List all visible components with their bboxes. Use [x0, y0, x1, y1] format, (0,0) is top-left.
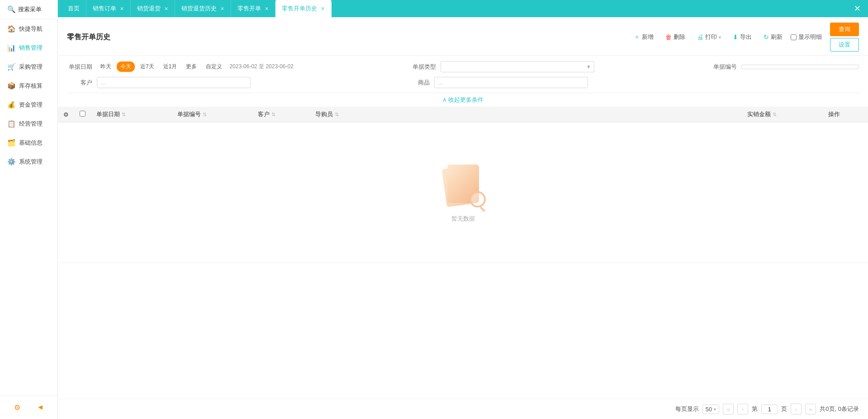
- home-icon: 🏠: [7, 25, 15, 33]
- chart-icon: 📊: [7, 44, 15, 52]
- sidebar-item-quick-nav[interactable]: 🏠 快捷导航: [0, 19, 57, 38]
- customer-placeholder: ...: [101, 79, 106, 86]
- page-first-btn[interactable]: «: [723, 404, 734, 414]
- action-buttons: 查询 设置: [830, 23, 859, 52]
- delete-icon: 🗑: [665, 33, 672, 41]
- sidebar-item-label: 库存核算: [19, 82, 43, 90]
- page-unit: 页: [781, 405, 787, 413]
- export-button[interactable]: ⬇ 导出: [729, 31, 755, 43]
- sort-number[interactable]: 单据编号 ⇅: [177, 110, 247, 118]
- query-button[interactable]: 查询: [830, 23, 859, 36]
- footer-collapse-btn[interactable]: ◄: [34, 401, 47, 414]
- col-action: 操作: [823, 107, 868, 122]
- table-body: 暂无数据: [58, 122, 868, 263]
- tab-retail-history-close[interactable]: ✕: [321, 6, 325, 12]
- sort-date[interactable]: 单据日期 ⇅: [96, 110, 166, 118]
- tab-home[interactable]: 首页: [62, 0, 86, 17]
- tab-bar-close-btn[interactable]: ✕: [850, 4, 864, 14]
- goods-filter-label: 商品: [404, 79, 430, 87]
- money-icon: 💰: [7, 101, 15, 109]
- number-filter-label: 单据编号: [711, 63, 737, 71]
- folder-icon: 🗂️: [7, 139, 15, 147]
- sidebar-item-inventory[interactable]: 📦 库存核算: [0, 76, 57, 95]
- date-btn-1month[interactable]: 近1月: [160, 61, 181, 72]
- export-icon: ⬇: [733, 33, 738, 41]
- print-label: 打印: [705, 33, 717, 41]
- date-btn-today[interactable]: 今天: [117, 61, 135, 72]
- filter-section: 单据日期 昨天 今天 近7天 近1月 更多 自定义 2023-06-02 至 2…: [58, 56, 868, 107]
- refresh-button[interactable]: ↻ 刷新: [760, 31, 786, 43]
- page-title: 零售开单历史: [67, 33, 630, 42]
- sort-guide[interactable]: 导购员 ⇅: [315, 110, 374, 118]
- sidebar-item-purchase-mgmt[interactable]: 🛒 采购管理: [0, 57, 57, 76]
- sidebar-item-finance[interactable]: 💰 资金管理: [0, 95, 57, 114]
- goods-filter-input[interactable]: ...: [434, 77, 588, 88]
- date-btn-custom[interactable]: 自定义: [202, 61, 226, 72]
- date-btn-more[interactable]: 更多: [182, 61, 200, 72]
- date-btn-yesterday[interactable]: 昨天: [97, 61, 115, 72]
- tab-sales-return-history-label: 销货退货历史: [181, 5, 217, 13]
- date-filter-label: 单据日期: [67, 63, 92, 71]
- sort-customer[interactable]: 客户 ⇅: [258, 110, 304, 118]
- add-icon: ＋: [634, 33, 640, 41]
- page-prev-btn[interactable]: ‹: [737, 404, 748, 414]
- page-last-btn[interactable]: »: [805, 404, 816, 414]
- print-dropdown-icon: ▾: [719, 35, 721, 40]
- delete-button[interactable]: 🗑 删除: [662, 31, 689, 43]
- empty-text: 暂无数据: [451, 215, 475, 223]
- page-size-arrow: ▾: [714, 407, 716, 412]
- page-number-input[interactable]: [761, 405, 778, 414]
- tab-sales-return-history-close[interactable]: ✕: [220, 6, 224, 12]
- col-number-label: 单据编号: [177, 110, 201, 118]
- sort-amount[interactable]: 实销金额 ⇅: [747, 110, 817, 118]
- tab-bar: 首页 销售订单 ✕ 销货退货 ✕ 销货退货历史 ✕ 零售开单 ✕ 零售开单历史 …: [58, 0, 868, 17]
- sidebar-search[interactable]: 🔍 搜索采单: [0, 0, 57, 19]
- sidebar-item-label: 销售管理: [19, 44, 43, 52]
- date-btn-7days[interactable]: 近7天: [137, 61, 158, 72]
- tab-retail-open[interactable]: 零售开单 ✕: [231, 0, 275, 17]
- tab-retail-history[interactable]: 零售开单历史 ✕: [275, 0, 332, 17]
- page-label: 第: [752, 405, 758, 413]
- sidebar-item-label: 资金管理: [19, 101, 43, 109]
- settings-button[interactable]: 设置: [830, 38, 859, 52]
- tab-sales-return-history[interactable]: 销货退货历史 ✕: [175, 0, 231, 17]
- sidebar-item-sys-mgmt[interactable]: ⚙️ 系统管理: [0, 152, 57, 171]
- tab-sales-return[interactable]: 销货退货 ✕: [131, 0, 175, 17]
- page-content: 零售开单历史 ＋ 新增 🗑 删除 🖨 打印 ▾ ⬇ 导出: [58, 17, 868, 419]
- export-label: 导出: [740, 33, 752, 41]
- sidebar-item-ops[interactable]: 📋 经营管理: [0, 114, 57, 133]
- type-dropdown-icon: ▾: [587, 63, 590, 70]
- box-icon: 📦: [7, 82, 15, 90]
- col-guide: 导购员 ⇅: [310, 107, 379, 122]
- show-detail-toggle[interactable]: 显示明细: [791, 33, 822, 41]
- page-next-btn[interactable]: ›: [791, 404, 802, 414]
- sidebar-item-sales-mgmt[interactable]: 📊 销售管理: [0, 38, 57, 57]
- footer-settings-btn[interactable]: ⚙: [11, 401, 24, 414]
- col-guide-label: 导购员: [315, 110, 333, 118]
- customer-filter-input[interactable]: ...: [97, 77, 251, 88]
- sidebar-item-label: 基础信息: [19, 139, 43, 147]
- print-button[interactable]: 🖨 打印 ▾: [693, 31, 725, 43]
- collapse-more-btn[interactable]: ∧ 收起更多条件: [67, 93, 859, 107]
- tab-sales-order-close[interactable]: ✕: [120, 6, 124, 12]
- tab-sales-return-close[interactable]: ✕: [164, 6, 168, 12]
- sort-customer-icon: ⇅: [271, 112, 275, 118]
- page-size-select[interactable]: 50 ▾: [702, 405, 719, 414]
- tab-sales-order[interactable]: 销售订单 ✕: [86, 0, 131, 17]
- add-button[interactable]: ＋ 新增: [630, 31, 657, 43]
- type-filter-select[interactable]: ▾: [441, 61, 594, 72]
- search-icon: 🔍: [7, 5, 15, 14]
- number-filter-input[interactable]: [741, 65, 859, 69]
- pagination: 每页显示 50 ▾ « ‹ 第 页 › » 共0页, 0条记录: [58, 399, 868, 419]
- toolbar: ＋ 新增 🗑 删除 🖨 打印 ▾ ⬇ 导出 ↻ 刷新: [630, 23, 859, 52]
- sort-date-icon: ⇅: [122, 112, 126, 118]
- table-header: ⚙ 单据日期 ⇅ 单据编号: [58, 107, 868, 122]
- table-select-all[interactable]: [80, 111, 85, 117]
- sidebar-search-label: 搜索采单: [18, 5, 42, 14]
- tab-retail-open-close[interactable]: ✕: [265, 6, 269, 12]
- table-settings-col[interactable]: ⚙: [58, 107, 74, 122]
- data-table: ⚙ 单据日期 ⇅ 单据编号: [58, 107, 868, 263]
- show-detail-checkbox[interactable]: [791, 34, 797, 40]
- page-size-value: 50: [706, 406, 712, 413]
- sidebar-item-base-info[interactable]: 🗂️ 基础信息: [0, 133, 57, 152]
